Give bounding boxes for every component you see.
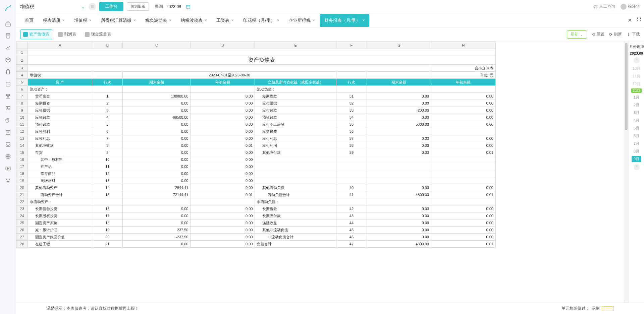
cell[interactable]: 0.00: [123, 107, 191, 114]
stamp-icon[interactable]: [5, 93, 11, 99]
cell[interactable]: 20: [16, 184, 28, 191]
cell[interactable]: 长期债券投资: [28, 205, 92, 212]
month-up-icon[interactable]: ˄: [634, 57, 640, 63]
month-option[interactable]: 2月: [632, 102, 641, 108]
cell[interactable]: [431, 128, 495, 135]
month-option[interactable]: 3月: [632, 110, 641, 116]
cell[interactable]: 7: [92, 135, 123, 142]
cell[interactable]: 34: [336, 114, 367, 121]
month-option[interactable]: 9月: [632, 156, 641, 162]
cell[interactable]: 6: [92, 128, 123, 135]
cell[interactable]: 0.00: [191, 114, 255, 121]
cell[interactable]: 17: [92, 212, 123, 219]
cell[interactable]: 增值税: [28, 72, 92, 79]
cell[interactable]: 流动资产：: [28, 86, 92, 93]
cell[interactable]: 流动资产合计: [28, 191, 92, 198]
cell[interactable]: 0.00: [431, 234, 495, 241]
cell[interactable]: 4: [16, 72, 28, 79]
month-option[interactable]: 1月: [632, 94, 641, 101]
month-option[interactable]: 7月: [632, 140, 641, 147]
cell[interactable]: [336, 156, 367, 163]
cell[interactable]: 单位: 元: [431, 72, 495, 79]
cell[interactable]: [255, 156, 336, 163]
cell[interactable]: 0.00: [123, 135, 191, 142]
subtab-cashflow[interactable]: 现金流量表: [82, 29, 114, 39]
cell[interactable]: 0.01: [431, 241, 495, 248]
cell[interactable]: 行次: [336, 79, 367, 86]
cell[interactable]: D: [191, 42, 255, 49]
month-option[interactable]: 4月: [632, 117, 641, 124]
cell[interactable]: [367, 163, 431, 170]
cell[interactable]: 5: [16, 79, 28, 86]
cell[interactable]: [336, 163, 367, 170]
cell[interactable]: 10: [92, 156, 123, 163]
cell[interactable]: 42: [336, 205, 367, 212]
cell[interactable]: [336, 170, 367, 177]
cell[interactable]: 资 产: [28, 79, 92, 86]
switch-old-button[interactable]: 切到旧版: [127, 2, 149, 11]
subtab-income[interactable]: 利润表: [55, 29, 79, 39]
vertical-scrollbar[interactable]: [624, 42, 629, 303]
cell[interactable]: 46: [336, 234, 367, 241]
cell[interactable]: [28, 49, 496, 56]
cell[interactable]: 0.00: [431, 184, 495, 191]
fullscreen-icon[interactable]: [637, 17, 641, 23]
cell[interactable]: 0.00: [367, 205, 431, 212]
cell[interactable]: G: [367, 42, 431, 49]
cell[interactable]: 应付职工薪酬: [255, 121, 336, 128]
cell[interactable]: [367, 86, 431, 93]
report-icon[interactable]: [5, 81, 11, 87]
cell[interactable]: 17: [16, 163, 28, 170]
cell[interactable]: [28, 65, 431, 72]
cell[interactable]: 21: [16, 191, 28, 198]
close-icon[interactable]: ×: [362, 18, 365, 23]
cell[interactable]: 短期投资: [28, 100, 92, 107]
cell[interactable]: 长期股权投资: [28, 212, 92, 219]
cell[interactable]: 22: [16, 198, 28, 205]
user-menu[interactable]: 徐泽华: [621, 4, 640, 10]
cell[interactable]: 32: [336, 100, 367, 107]
clipboard-icon[interactable]: [5, 69, 11, 75]
cell[interactable]: 23: [16, 205, 28, 212]
cell[interactable]: 年初余额: [431, 79, 495, 86]
cell[interactable]: 0.00: [191, 107, 255, 114]
cell[interactable]: 0.00: [431, 135, 495, 142]
cell[interactable]: 0.00: [431, 212, 495, 219]
cell[interactable]: 4800.00: [367, 241, 431, 248]
cell[interactable]: 固定资产原价: [28, 219, 92, 227]
calendar-icon[interactable]: [186, 4, 191, 9]
close-icon[interactable]: ×: [313, 18, 315, 23]
cell[interactable]: 0.00: [123, 128, 191, 135]
cell[interactable]: 0.00: [191, 121, 255, 128]
cell[interactable]: [92, 72, 123, 79]
cell[interactable]: 0.00: [367, 219, 431, 227]
cell[interactable]: 0.00: [431, 227, 495, 234]
close-icon[interactable]: ×: [169, 18, 171, 23]
cell[interactable]: 0.00: [367, 142, 431, 149]
cell[interactable]: 应交税费: [255, 128, 336, 135]
cell[interactable]: -69500.00: [123, 114, 191, 121]
workbench-button[interactable]: 工作台: [99, 2, 123, 11]
cell[interactable]: [336, 72, 367, 79]
cell[interactable]: 0.00: [431, 219, 495, 227]
cell[interactable]: 10: [16, 114, 28, 121]
export-icon[interactable]: [5, 129, 11, 135]
cell[interactable]: [367, 198, 431, 205]
cell[interactable]: 72144.41: [123, 191, 191, 198]
cell[interactable]: 预付账款: [28, 121, 92, 128]
cell[interactable]: 24: [16, 212, 28, 219]
cell[interactable]: B: [92, 42, 123, 49]
cell[interactable]: 12: [92, 170, 123, 177]
cell[interactable]: 应付账款: [255, 107, 336, 114]
month-option[interactable]: 10月: [631, 65, 642, 72]
cell[interactable]: 0.00: [367, 100, 431, 107]
cell[interactable]: 0.00: [191, 241, 255, 248]
image-icon[interactable]: [5, 105, 11, 111]
month-option[interactable]: 6月: [632, 133, 641, 139]
cell[interactable]: 其他非流动负债: [255, 227, 336, 234]
cell[interactable]: 固定资产账面价值: [28, 234, 92, 241]
cell[interactable]: 应收票据: [28, 107, 92, 114]
cell[interactable]: 2023-07-01至2023-09-30: [123, 72, 336, 79]
cell[interactable]: 非流动资产：: [28, 198, 92, 205]
cell[interactable]: [367, 177, 431, 184]
